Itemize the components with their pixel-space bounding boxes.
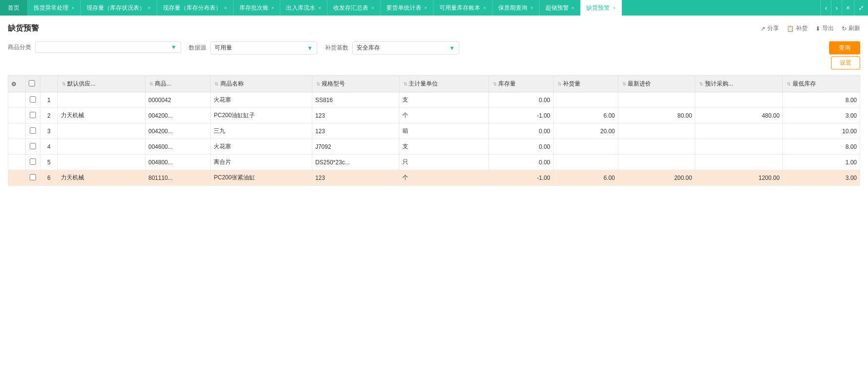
page-title: 缺货预警 bbox=[8, 23, 39, 34]
page-header: 缺货预警 ↗ 分享 📋 补货 ⬇ 导出 ↻ 刷新 bbox=[8, 23, 860, 34]
close-tab-inventory-status[interactable]: × bbox=[148, 5, 151, 11]
row-min-stock: 8.00 bbox=[783, 92, 860, 108]
row-checkbox[interactable] bbox=[30, 158, 36, 165]
row-est-purchase bbox=[695, 139, 783, 155]
tab-inventory-status[interactable]: 现存量（库存状况表） × bbox=[81, 0, 157, 16]
replenish-base-filter-value: 安全库存 bbox=[357, 44, 380, 52]
row-settings-cell bbox=[8, 155, 26, 170]
tab-expand-button[interactable]: ⤢ bbox=[854, 0, 868, 16]
refresh-icon: ↻ bbox=[842, 25, 847, 32]
tab-navigation: ‹ › × ⤢ bbox=[820, 0, 868, 16]
close-tab-expiry-query[interactable]: × bbox=[530, 5, 533, 11]
query-button[interactable]: 查询 bbox=[829, 41, 860, 54]
col-est-purchase[interactable]: ⇅ 预计采购... bbox=[695, 76, 783, 92]
datasource-filter-select[interactable]: 可用量 ▼ bbox=[210, 41, 317, 54]
col-checkbox-all[interactable] bbox=[26, 76, 40, 92]
table-row: 6 力天机械 801110... PC200张紧油缸 123 个 -1.00 6… bbox=[8, 170, 860, 186]
table-row: 1 0000042 火花塞 SS816 支 0.00 8.00 bbox=[8, 92, 860, 108]
col-unit[interactable]: ⇅ 主计量单位 bbox=[399, 76, 488, 92]
row-product-name: PC200油缸缸子 bbox=[211, 108, 312, 123]
col-num bbox=[40, 76, 58, 92]
tab-expiry-query[interactable]: 保质期查询 × bbox=[492, 0, 540, 16]
row-spec: 123 bbox=[312, 123, 399, 139]
row-inventory: -1.00 bbox=[488, 170, 553, 186]
row-checkbox-cell[interactable] bbox=[26, 123, 40, 139]
replenish-icon: 📋 bbox=[787, 25, 794, 32]
close-tab-inout-flow[interactable]: × bbox=[318, 5, 321, 11]
tab-collect-summary[interactable]: 收发存汇总表 × bbox=[327, 0, 380, 16]
tab-inout-flow[interactable]: 出入库流水 × bbox=[280, 0, 327, 16]
table-row: 3 004200... 三九 123 箱 0.00 20.00 10.00 bbox=[8, 123, 860, 139]
row-unit: 个 bbox=[399, 108, 488, 123]
col-default-supplier[interactable]: ⇅ 默认供应... bbox=[58, 76, 145, 92]
row-checkbox-cell[interactable] bbox=[26, 155, 40, 170]
row-replenish-qty bbox=[553, 92, 618, 108]
close-tab-overstock[interactable]: × bbox=[572, 5, 575, 11]
header-actions: ↗ 分享 📋 补货 ⬇ 导出 ↻ 刷新 bbox=[760, 24, 860, 33]
col-replenish-qty[interactable]: ⇅ 补货量 bbox=[553, 76, 618, 92]
tab-bar: 首页 拣货异常处理 × 现存量（库存状况表） × 现存量（库存分布表） × 库存… bbox=[0, 0, 868, 16]
col-product-name[interactable]: ⇅ 商品名称 bbox=[211, 76, 312, 92]
sort-unit-icon: ⇅ bbox=[403, 81, 407, 87]
row-supplier: 力天机械 bbox=[58, 170, 145, 186]
row-checkbox-cell[interactable] bbox=[26, 139, 40, 155]
col-product-code[interactable]: ⇅ 商品... bbox=[145, 76, 211, 92]
tab-next-button[interactable]: › bbox=[831, 0, 842, 16]
close-tab-order-stats[interactable]: × bbox=[424, 5, 427, 11]
refresh-button[interactable]: ↻ 刷新 bbox=[842, 24, 860, 33]
replenish-button[interactable]: 📋 补货 bbox=[787, 24, 808, 33]
col-min-stock[interactable]: ⇅ 最低库存 bbox=[783, 76, 860, 92]
row-spec: 123 bbox=[312, 108, 399, 123]
col-spec[interactable]: ⇅ 规格型号 bbox=[312, 76, 399, 92]
row-unit: 只 bbox=[399, 155, 488, 170]
tab-inventory-dist[interactable]: 现存量（库存分布表） × bbox=[157, 0, 234, 16]
close-tab-collect-summary[interactable]: × bbox=[371, 5, 374, 11]
sort-min-icon: ⇅ bbox=[787, 81, 791, 87]
col-latest-price[interactable]: ⇅ 最新进价 bbox=[618, 76, 695, 92]
category-filter-label: 商品分类 bbox=[8, 43, 31, 52]
row-inventory: 0.00 bbox=[488, 92, 553, 108]
tab-shortage[interactable]: 缺货预警 × bbox=[580, 0, 622, 16]
row-checkbox[interactable] bbox=[30, 127, 36, 134]
share-button[interactable]: ↗ 分享 bbox=[760, 24, 779, 33]
row-spec: DS250*23c... bbox=[312, 155, 399, 170]
category-filter-select[interactable]: ▼ bbox=[35, 41, 181, 53]
row-latest-price bbox=[618, 139, 695, 155]
row-code: 004800... bbox=[145, 155, 211, 170]
replenish-base-filter-select[interactable]: 安全库存 ▼ bbox=[352, 41, 459, 54]
tab-overstock[interactable]: 超储预警 × bbox=[540, 0, 581, 16]
export-button[interactable]: ⬇ 导出 bbox=[815, 24, 834, 33]
row-checkbox[interactable] bbox=[30, 174, 36, 180]
sort-supplier-icon: ⇅ bbox=[62, 81, 66, 87]
tab-available-ledger[interactable]: 可用量库存账本 × bbox=[434, 0, 492, 16]
row-checkbox[interactable] bbox=[30, 112, 36, 118]
close-tab-available-ledger[interactable]: × bbox=[483, 5, 486, 11]
row-checkbox-cell[interactable] bbox=[26, 108, 40, 123]
sort-inventory-icon: ⇅ bbox=[493, 81, 497, 87]
row-num: 5 bbox=[40, 155, 58, 170]
row-checkbox[interactable] bbox=[30, 143, 36, 149]
close-tab-inventory-dist[interactable]: × bbox=[224, 5, 227, 11]
tab-close-button[interactable]: × bbox=[842, 0, 854, 16]
close-tab-shortage[interactable]: × bbox=[613, 5, 615, 11]
tab-batch-account[interactable]: 库存批次账 × bbox=[234, 0, 281, 16]
tab-prev-button[interactable]: ‹ bbox=[820, 0, 831, 16]
row-checkbox-cell[interactable] bbox=[26, 170, 40, 186]
row-code: 0000042 bbox=[145, 92, 211, 108]
page-content: 缺货预警 ↗ 分享 📋 补货 ⬇ 导出 ↻ 刷新 商品分类 bbox=[0, 16, 868, 387]
col-settings[interactable]: ⚙ bbox=[8, 76, 26, 92]
row-checkbox-cell[interactable] bbox=[26, 92, 40, 108]
row-min-stock: 3.00 bbox=[783, 170, 860, 186]
table-row: 2 力天机械 004200... PC200油缸缸子 123 个 -1.00 6… bbox=[8, 108, 860, 123]
tab-home[interactable]: 首页 bbox=[0, 0, 28, 16]
close-tab-batch-account[interactable]: × bbox=[271, 5, 274, 11]
settings-button[interactable]: 设置 bbox=[831, 56, 860, 70]
close-tab-exception[interactable]: × bbox=[72, 5, 74, 11]
col-inventory[interactable]: ⇅ 库存量 bbox=[488, 76, 553, 92]
tab-order-stats[interactable]: 要货单统计表 × bbox=[380, 0, 434, 16]
tab-exception[interactable]: 拣货异常处理 × bbox=[28, 0, 81, 16]
select-all-checkbox[interactable] bbox=[29, 80, 35, 87]
row-supplier bbox=[58, 92, 145, 108]
row-checkbox[interactable] bbox=[30, 96, 36, 103]
row-latest-price bbox=[618, 92, 695, 108]
